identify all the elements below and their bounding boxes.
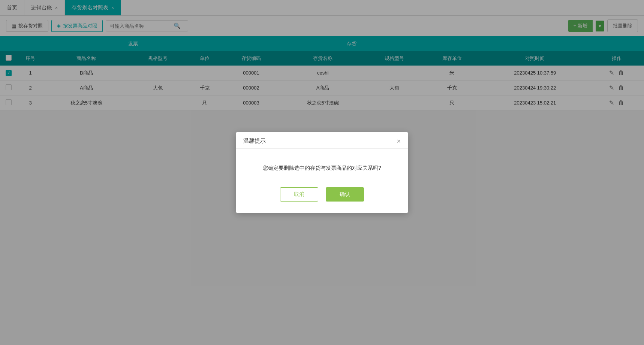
modal-overlay: 温馨提示 × 您确定要删除选中的存货与发票商品的对应关系吗? 取消 确认 [0,0,644,111]
